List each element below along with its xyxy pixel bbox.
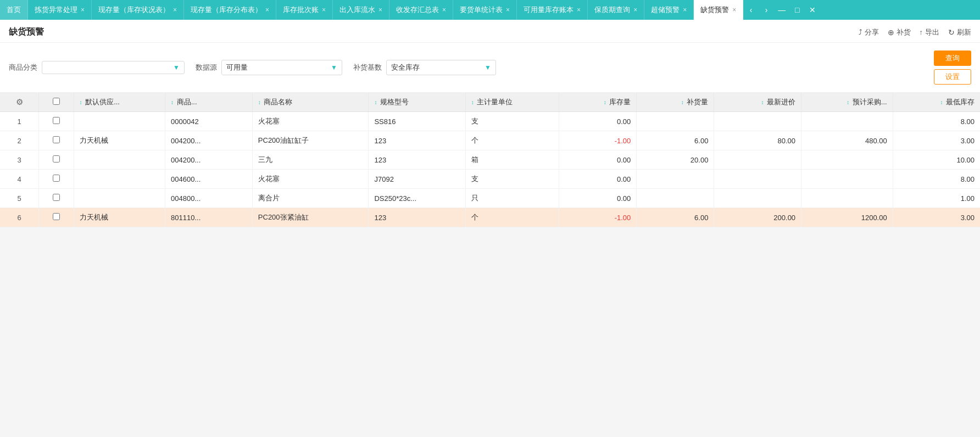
row-forecast-5: 1200.00 — [801, 208, 893, 227]
row-check-5[interactable] — [39, 208, 74, 227]
col-name-header[interactable]: ↕ 商品名称 — [252, 93, 369, 112]
row-num-3: 4 — [0, 170, 39, 189]
tab-receive-summary-close[interactable]: × — [442, 6, 446, 14]
row-checkbox-0[interactable] — [53, 117, 60, 124]
row-check-0[interactable] — [39, 112, 74, 131]
tab-requisition-stat[interactable]: 要货单统计表 × — [453, 0, 517, 20]
col-spec-header[interactable]: ↕ 规格型号 — [369, 93, 465, 112]
select-all-checkbox[interactable] — [53, 98, 60, 105]
settings-button[interactable]: 设置 — [934, 69, 971, 85]
row-spec-5: 123 — [369, 208, 465, 227]
tab-inventory-status[interactable]: 现存量（库存状况表） × — [92, 0, 184, 20]
settings-gear-icon[interactable]: ⚙ — [16, 97, 23, 107]
page-title: 缺货预警 — [9, 26, 44, 38]
col-check-header — [39, 93, 74, 112]
row-num-1: 2 — [0, 131, 39, 150]
row-min-stock-1: 3.00 — [893, 131, 980, 150]
col-forecast-header[interactable]: ↕ 预计采购... — [801, 93, 893, 112]
tab-batch[interactable]: 库存批次账 × — [276, 0, 333, 20]
tab-overstock-warning[interactable]: 超储预警 × — [644, 0, 694, 20]
tab-batch-close[interactable]: × — [322, 6, 326, 14]
main-content: 缺货预警 ⤴ 分享 ⊕ 补货 ↑ 导出 ↻ 刷新 商品分类 — [0, 20, 980, 227]
col-settings-header: ⚙ — [0, 93, 39, 112]
row-check-3[interactable] — [39, 170, 74, 189]
tab-expiry-query-close[interactable]: × — [633, 6, 637, 14]
col-supplement-header[interactable]: ↕ 补货量 — [637, 93, 714, 112]
row-supplement-5: 6.00 — [637, 208, 714, 227]
table-row: 4 004600... 火花塞 J7092 支 0.00 8.00 — [0, 170, 980, 189]
export-icon: ↑ — [920, 28, 923, 36]
tab-available-ledger-close[interactable]: × — [577, 6, 581, 14]
sort-supplier-icon: ↕ — [80, 99, 82, 105]
share-button[interactable]: ⤴ 分享 — [859, 27, 879, 37]
sort-latest-price-icon: ↕ — [761, 99, 764, 105]
datasource-select[interactable]: 可用量 ▼ — [221, 60, 342, 75]
replenish-label: 补货基数 — [353, 63, 382, 72]
tab-home[interactable]: 首页 — [0, 0, 28, 20]
tab-exception[interactable]: 拣货异常处理 × — [28, 0, 92, 20]
refresh-button[interactable]: ↻ 刷新 — [948, 27, 971, 37]
tab-shortage-warning[interactable]: 缺货预警 × — [694, 0, 743, 20]
replenish-select-value: 安全库存 — [391, 63, 420, 72]
row-checkbox-5[interactable] — [53, 213, 60, 220]
col-supplier-header[interactable]: ↕ 默认供应... — [74, 93, 165, 112]
row-latest-price-0 — [714, 112, 801, 131]
query-button[interactable]: 查询 — [934, 51, 971, 66]
tab-inventory-status-close[interactable]: × — [173, 6, 177, 14]
row-code-0: 0000042 — [165, 112, 253, 131]
col-unit-header[interactable]: ↕ 主计量单位 — [465, 93, 559, 112]
tab-inventory-dist-close[interactable]: × — [265, 6, 269, 14]
row-unit-0: 支 — [465, 112, 559, 131]
row-min-stock-3: 8.00 — [893, 170, 980, 189]
row-supplier-0 — [74, 112, 165, 131]
tab-nav-next[interactable]: › — [759, 0, 774, 20]
replenish-select[interactable]: 安全库存 ▼ — [386, 60, 496, 75]
row-check-1[interactable] — [39, 131, 74, 150]
col-stock-header[interactable]: ↕ 库存量 — [559, 93, 637, 112]
row-latest-price-1: 80.00 — [714, 131, 801, 150]
tab-inout-flow[interactable]: 出入库流水 × — [333, 0, 389, 20]
row-forecast-2 — [801, 150, 893, 170]
category-select[interactable]: ▼ — [42, 61, 185, 74]
tab-inout-flow-close[interactable]: × — [378, 6, 382, 14]
tab-overstock-warning-close[interactable]: × — [683, 6, 687, 14]
supplement-button[interactable]: ⊕ 补货 — [888, 27, 911, 37]
window-minimize[interactable]: — — [774, 0, 789, 20]
tab-requisition-stat-close[interactable]: × — [506, 6, 510, 14]
table-body: 1 0000042 火花塞 SS816 支 0.00 8.00 2 力天机械 0… — [0, 112, 980, 227]
tab-exception-close[interactable]: × — [81, 6, 85, 14]
row-code-5: 801110... — [165, 208, 253, 227]
row-code-1: 004200... — [165, 131, 253, 150]
col-latest-price-header[interactable]: ↕ 最新进价 — [714, 93, 801, 112]
row-spec-0: SS816 — [369, 112, 465, 131]
tab-inventory-dist[interactable]: 现存量（库存分布表） × — [184, 0, 276, 20]
datasource-select-value: 可用量 — [226, 63, 248, 72]
export-button[interactable]: ↑ 导出 — [920, 27, 940, 37]
row-check-4[interactable] — [39, 189, 74, 208]
window-maximize[interactable]: □ — [789, 0, 805, 20]
filter-actions: 查询 设置 — [934, 51, 971, 85]
row-spec-1: 123 — [369, 131, 465, 150]
col-min-stock-header[interactable]: ↕ 最低库存 — [893, 93, 980, 112]
row-checkbox-1[interactable] — [53, 136, 60, 143]
tab-shortage-warning-close[interactable]: × — [732, 6, 736, 14]
sort-min-stock-icon: ↕ — [940, 99, 943, 105]
tab-nav-prev[interactable]: ‹ — [743, 0, 759, 20]
window-close[interactable]: ✕ — [805, 0, 820, 20]
row-name-3: 火花塞 — [252, 170, 369, 189]
tab-expiry-query[interactable]: 保质期查询 × — [588, 0, 644, 20]
tab-receive-summary[interactable]: 收发存汇总表 × — [389, 0, 453, 20]
row-checkbox-3[interactable] — [53, 175, 60, 182]
tab-available-ledger[interactable]: 可用量库存账本 × — [517, 0, 588, 20]
row-checkbox-2[interactable] — [53, 155, 60, 163]
filter-row: 商品分类 ▼ 数据源 可用量 ▼ 补货基数 安全库存 ▼ 查询 设置 — [0, 43, 980, 93]
row-unit-4: 只 — [465, 189, 559, 208]
row-unit-1: 个 — [465, 131, 559, 150]
row-forecast-1: 480.00 — [801, 131, 893, 150]
row-checkbox-4[interactable] — [53, 194, 60, 201]
sort-name-icon: ↕ — [258, 99, 261, 105]
category-select-arrow: ▼ — [173, 64, 180, 71]
row-stock-3: 0.00 — [559, 170, 637, 189]
row-check-2[interactable] — [39, 150, 74, 170]
col-code-header[interactable]: ↕ 商品... — [165, 93, 253, 112]
